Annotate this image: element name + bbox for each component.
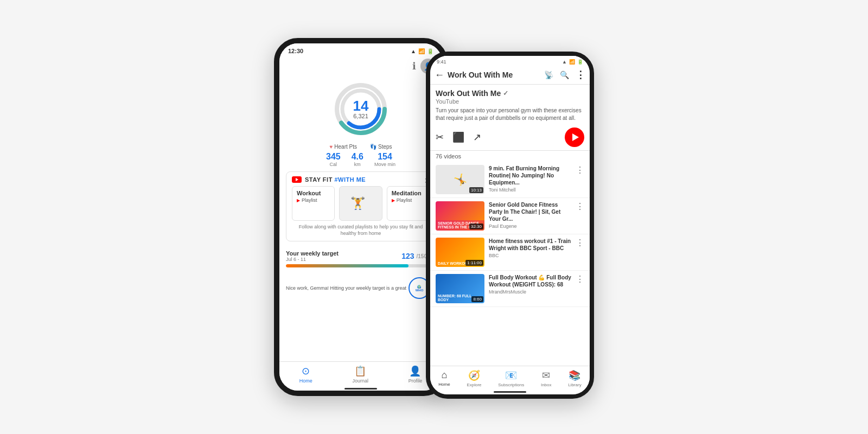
yt-home-bar (494, 391, 526, 393)
yt-channel-info: Work Out With Me ✓ YouTube Turn your spa… (430, 85, 590, 124)
yt-nav-subscriptions[interactable]: 📧 Subscriptions (498, 369, 524, 387)
yt-battery-icon: 🔋 (577, 59, 583, 65)
video-item[interactable]: SENIOR GOLD DANCE FITNESS IN THE CHAIR 3… (430, 198, 590, 234)
video-more-icon-4[interactable]: ⋮ (576, 274, 584, 284)
video-info-1: 9 min. Fat Burning Morning Routine| No J… (489, 165, 571, 193)
status-icons: ▲ 📶 🔋 (411, 48, 433, 54)
video-thumbnail-1: 🤸 10:13 (436, 165, 484, 194)
fit-header: ℹ 👤 (279, 56, 442, 74)
workout-icon-item: 🏋️ (339, 186, 382, 221)
yt-nav-inbox[interactable]: ✉ Inbox (541, 369, 552, 387)
heart-icon: ♥ (329, 144, 333, 150)
video-channel-4: MrandMrsMuscle (489, 289, 571, 295)
back-button[interactable]: ← (435, 69, 444, 81)
yt-nav-library[interactable]: 📚 Library (568, 369, 581, 387)
youtube-logo (292, 176, 302, 183)
yt-card-header: STAY FIT #WITH ME (292, 176, 430, 183)
youtube-app: 9:41 ▲ 📶 🔋 ← Work Out With Me 📡 🔍 ⋮ (430, 56, 590, 394)
yt-home-label: Home (438, 382, 450, 387)
video-info-4: Full Body Workout 💪 Full Body Workout (W… (489, 274, 571, 295)
yt-action-bar: ✂ ⬛ ↗ (430, 124, 590, 151)
video-item[interactable]: 🤸 10:13 9 min. Fat Burning Morning Routi… (430, 162, 590, 198)
share-icon[interactable]: ↗ (473, 131, 481, 143)
progress-bar-background (286, 264, 436, 267)
weekly-target-section: Your weekly target Jul 6 - 11 123 /150 ✓ (286, 247, 436, 273)
km-stat: 4.6 km (352, 152, 363, 167)
play-all-button[interactable] (565, 127, 584, 147)
video-item[interactable]: NUMBER: 68 FULL BODY 8:60 Full Body Work… (430, 271, 590, 307)
move-min-unit: Move min (374, 162, 395, 167)
yt-card-highlight: #WITH ME (334, 176, 366, 183)
phones-container: 12:30 ▲ 📶 🔋 ℹ 👤 (274, 35, 594, 399)
workout-playlist-type: ▶ Playlist (297, 197, 330, 203)
yt-explore-label: Explore (467, 382, 481, 387)
video-channel-2: Paul Eugene (489, 224, 571, 229)
video-info-3: Home fitness workout #1 - Train Wright w… (489, 238, 571, 258)
profile-label: Profile (409, 378, 423, 384)
battery-icon: 🔋 (427, 48, 433, 54)
info-icon[interactable]: ℹ (412, 60, 416, 72)
yt-home-indicator (430, 390, 590, 394)
channel-description: Turn your space into your personal gym w… (436, 107, 584, 122)
video-more-icon-2[interactable]: ⋮ (576, 201, 584, 212)
video-item[interactable]: DAILY WORKOUT DAY 1 1:11:00 Home fitness… (430, 234, 590, 271)
profile-icon: 👤 (409, 365, 421, 377)
yt-home-icon: ⌂ (442, 369, 448, 381)
video-duration-2: 32:30 (469, 224, 483, 229)
signal-icon: 📶 (418, 48, 425, 54)
cal-unit: Cal (326, 162, 341, 167)
yt-subscriptions-icon: 📧 (505, 369, 517, 381)
yt-top-bar: ← Work Out With Me 📡 🔍 ⋮ (430, 66, 590, 85)
video-channel-3: BBC (489, 253, 571, 258)
yt-card-description: Follow along with curated playlists to h… (292, 224, 430, 237)
yt-nav-explore[interactable]: 🧭 Explore (467, 369, 481, 387)
fit-bottom-nav: ⊙ Home 📋 Journal 👤 Profile (279, 361, 442, 386)
fit-nav-home[interactable]: ⊙ Home (299, 365, 312, 384)
circle-progress-section: 14 6,321 (279, 74, 442, 142)
nice-work-text: Nice work, Gemma! Hitting your weekly ta… (286, 285, 409, 292)
shuffle-icon[interactable]: ✂ (436, 131, 444, 143)
steps-label: 👣 Steps (370, 144, 392, 150)
yt-wifi-icon: ▲ (562, 59, 567, 65)
meditation-playlist-item[interactable]: Meditation ▶ Playlist (387, 186, 430, 221)
fit-nav-profile[interactable]: 👤 Profile (409, 365, 423, 384)
youtube-fitness-card[interactable]: STAY FIT #WITH ME ✕ Workout ▶ Playlist 🏋… (286, 171, 436, 241)
more-options-icon[interactable]: ⋮ (576, 69, 585, 81)
dumbbell-icon: 🏋️ (344, 190, 371, 217)
heart-pts-label: ♥ Heart Pts (329, 144, 357, 150)
home-bar (344, 388, 377, 390)
save-icon[interactable]: ⬛ (452, 131, 464, 143)
move-min-stat: 154 Move min (374, 152, 395, 167)
video-more-icon-3[interactable]: ⋮ (576, 238, 584, 248)
weekly-title: Your weekly target (286, 250, 339, 257)
home-indicator (279, 386, 442, 391)
yt-time: 9:41 (437, 59, 446, 65)
video-thumbnail-2: SENIOR GOLD DANCE FITNESS IN THE CHAIR 3… (436, 201, 484, 231)
yt-page-title: Work Out With Me (448, 71, 541, 79)
video-more-icon-1[interactable]: ⋮ (576, 165, 584, 175)
wifi-icon: ▲ (411, 48, 416, 54)
steps-text: Steps (378, 144, 392, 150)
journal-label: Journal (352, 378, 368, 384)
circle-progress: 14 6,321 (331, 79, 391, 139)
verified-badge: ✓ (503, 90, 508, 97)
search-icon[interactable]: 🔍 (560, 71, 569, 79)
phone-google-fit: 12:30 ▲ 📶 🔋 ℹ 👤 (274, 38, 448, 396)
video-duration-1: 10:13 (469, 187, 483, 193)
workout-playlist-item[interactable]: Workout ▶ Playlist (292, 186, 335, 221)
video-channel-1: Toni Mitchell (489, 187, 571, 193)
home-label: Home (299, 378, 312, 384)
yt-playlists: Workout ▶ Playlist 🏋️ Meditation ▶ P (292, 186, 430, 221)
videos-count: 76 videos (430, 151, 590, 162)
km-value: 4.6 (352, 152, 363, 162)
yt-library-icon: 📚 (569, 369, 580, 381)
fit-nav-journal[interactable]: 📋 Journal (352, 365, 368, 384)
channel-subscriber: YouTube (436, 98, 584, 105)
time-display: 12:30 (288, 48, 303, 54)
meditation-playlist-name: Meditation (392, 190, 425, 196)
video-list: 🤸 10:13 9 min. Fat Burning Morning Routi… (430, 162, 590, 366)
yt-nav-home[interactable]: ⌂ Home (438, 369, 450, 387)
video-info-2: Senior Gold Dance Fitness Party In The C… (489, 201, 571, 229)
yt-status-bar: 9:41 ▲ 📶 🔋 (430, 56, 590, 66)
cast-icon[interactable]: 📡 (544, 71, 553, 79)
